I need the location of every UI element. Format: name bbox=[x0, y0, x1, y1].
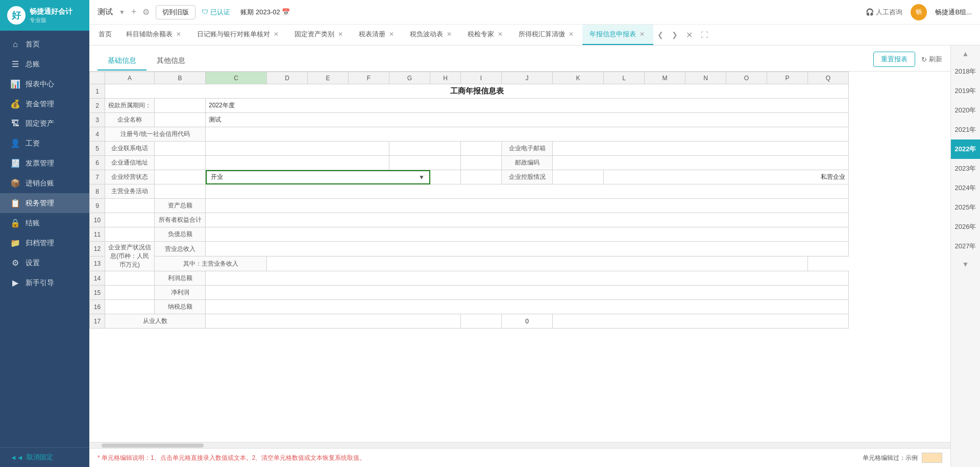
col-e-header[interactable]: E bbox=[308, 72, 349, 84]
company-dropdown-icon[interactable]: ▼ bbox=[119, 9, 125, 16]
tab-next-button[interactable]: ❯ bbox=[668, 31, 682, 39]
cell-17j[interactable]: 0 bbox=[502, 314, 553, 329]
cell-2c[interactable]: 2022年度 bbox=[206, 99, 849, 113]
cell-6c[interactable] bbox=[206, 156, 389, 170]
col-c-header[interactable]: C bbox=[206, 72, 267, 84]
tab-prev-button[interactable]: ❮ bbox=[653, 31, 668, 39]
sidebar-item-payroll[interactable]: 👤 工资 bbox=[0, 133, 89, 153]
year-item-2024[interactable]: 2024年 bbox=[951, 178, 980, 198]
year-item-2022[interactable]: 2022年 bbox=[951, 139, 980, 159]
cell-17c[interactable] bbox=[206, 314, 461, 329]
cell-6k[interactable] bbox=[553, 156, 849, 170]
sidebar-item-fixed-assets[interactable]: 🏗 固定资产 bbox=[0, 114, 89, 133]
tab-fixed-assets-close[interactable]: ✕ bbox=[336, 30, 345, 38]
tab-annual-report[interactable]: 年报信息申报表 ✕ bbox=[582, 25, 653, 45]
horizontal-scrollbar[interactable] bbox=[89, 442, 950, 448]
refresh-button[interactable]: ↻ 刷新 bbox=[921, 52, 942, 67]
year-down-button[interactable]: ▼ bbox=[960, 258, 971, 270]
tab-tax-list-close[interactable]: ✕ bbox=[387, 30, 396, 38]
reset-report-button[interactable]: 重置报表 bbox=[873, 52, 915, 67]
col-k-header[interactable]: K bbox=[553, 72, 604, 84]
tab-income-tax[interactable]: 所得税汇算清缴 ✕ bbox=[511, 25, 582, 45]
sidebar-item-archive[interactable]: 📁 归档管理 bbox=[0, 233, 89, 253]
cell-11c[interactable] bbox=[206, 227, 849, 242]
cell-17k[interactable] bbox=[553, 314, 849, 329]
tab-tax-expert[interactable]: 税检专家 ✕ bbox=[460, 25, 511, 45]
col-o-header[interactable]: O bbox=[726, 72, 767, 84]
col-a-header[interactable]: A bbox=[105, 72, 155, 84]
tab-expand-button[interactable]: ⛶ bbox=[697, 31, 712, 39]
subtab-basic-info[interactable]: 基础信息 bbox=[97, 52, 146, 71]
tab-journal-bank[interactable]: 日记账与银行对账单核对 ✕ bbox=[190, 25, 287, 45]
cell-10c[interactable] bbox=[206, 213, 849, 227]
cell-7l[interactable]: 私营企业 bbox=[604, 170, 849, 184]
tab-close-all-button[interactable]: ✕ bbox=[682, 30, 697, 40]
cell-8c[interactable] bbox=[206, 184, 849, 199]
calendar-icon[interactable]: 📅 bbox=[282, 8, 290, 16]
col-p-header[interactable]: P bbox=[767, 72, 808, 84]
dropdown-arrow-icon[interactable]: ▼ bbox=[419, 174, 425, 181]
cell-7c[interactable]: 开业 ▼ bbox=[206, 170, 430, 184]
col-q-header[interactable]: Q bbox=[808, 72, 849, 84]
tab-journal-bank-close[interactable]: ✕ bbox=[272, 30, 280, 38]
tab-home[interactable]: 首页 bbox=[91, 25, 119, 45]
sidebar-item-new-guide[interactable]: ▶ 新手引导 bbox=[0, 273, 89, 293]
sidebar-item-purchase-sales[interactable]: 📦 进销台账 bbox=[0, 173, 89, 193]
tab-income-tax-close[interactable]: ✕ bbox=[567, 30, 575, 38]
col-j-header[interactable]: J bbox=[502, 72, 553, 84]
tab-aux-balance-close[interactable]: ✕ bbox=[175, 30, 183, 38]
cell-13d[interactable] bbox=[267, 256, 808, 271]
sidebar-item-report-center[interactable]: 📊 报表中心 bbox=[0, 74, 89, 94]
col-n-header[interactable]: N bbox=[685, 72, 726, 84]
year-item-2020[interactable]: 2020年 bbox=[951, 101, 980, 120]
add-button[interactable]: + bbox=[131, 7, 137, 17]
year-item-2026[interactable]: 2026年 bbox=[951, 217, 980, 237]
sidebar-item-close-account[interactable]: 🔒 结账 bbox=[0, 213, 89, 233]
tab-tax-wave-close[interactable]: ✕ bbox=[445, 30, 453, 38]
year-item-2021[interactable]: 2021年 bbox=[951, 120, 980, 139]
col-m-header[interactable]: M bbox=[645, 72, 685, 84]
spreadsheet-wrapper[interactable]: A B C D E F G H I J K L M bbox=[89, 72, 950, 442]
tab-fixed-assets[interactable]: 固定资产类别 ✕ bbox=[287, 25, 352, 45]
col-d-header[interactable]: D bbox=[267, 72, 308, 84]
sidebar-item-invoice-mgmt[interactable]: 🧾 发票管理 bbox=[0, 153, 89, 173]
col-g-header[interactable]: G bbox=[389, 72, 430, 84]
col-i-header[interactable]: I bbox=[461, 72, 502, 84]
cell-5k[interactable] bbox=[553, 142, 849, 156]
year-item-2019[interactable]: 2019年 bbox=[951, 81, 980, 101]
subtab-other-info[interactable]: 其他信息 bbox=[146, 52, 195, 71]
year-up-button[interactable]: ▲ bbox=[960, 48, 971, 60]
year-item-2025[interactable]: 2025年 bbox=[951, 198, 980, 217]
cell-4c[interactable] bbox=[206, 127, 849, 142]
sidebar-item-settings[interactable]: ⚙ 设置 bbox=[0, 253, 89, 273]
col-b-header[interactable]: B bbox=[155, 72, 206, 84]
year-item-2023[interactable]: 2023年 bbox=[951, 159, 980, 178]
tab-aux-balance[interactable]: 科目辅助余额表 ✕ bbox=[119, 25, 190, 45]
tab-tax-wave[interactable]: 税负波动表 ✕ bbox=[403, 25, 460, 45]
cell-16c[interactable] bbox=[206, 300, 849, 314]
sidebar-item-tax-mgmt[interactable]: 📋 税务管理 bbox=[0, 193, 89, 213]
cell-3c[interactable]: 测试 bbox=[206, 113, 849, 127]
cell-12c[interactable] bbox=[206, 242, 849, 256]
collapse-sidebar-button[interactable]: ◄◄ 取消固定 bbox=[0, 447, 89, 467]
col-l-header[interactable]: L bbox=[604, 72, 645, 84]
year-item-2018[interactable]: 2018年 bbox=[951, 62, 980, 81]
customer-service-button[interactable]: 🎧 人工咨询 bbox=[866, 8, 902, 17]
cell-15c[interactable] bbox=[206, 286, 849, 300]
tab-annual-report-close[interactable]: ✕ bbox=[638, 30, 646, 38]
settings-icon[interactable]: ⚙ bbox=[142, 7, 150, 17]
scrollbar-thumb[interactable] bbox=[102, 443, 204, 448]
user-avatar[interactable]: 畅 bbox=[911, 4, 927, 20]
col-h-header[interactable]: H bbox=[430, 72, 461, 84]
cell-7k[interactable] bbox=[553, 170, 604, 184]
cell-5c[interactable] bbox=[206, 142, 389, 156]
col-f-header[interactable]: F bbox=[349, 72, 389, 84]
sidebar-item-general-ledger[interactable]: ☰ 总账 bbox=[0, 54, 89, 74]
year-item-2027[interactable]: 2027年 bbox=[951, 237, 980, 256]
cell-9c[interactable] bbox=[206, 199, 849, 213]
cell-14c[interactable] bbox=[206, 271, 849, 286]
switch-version-button[interactable]: 切到旧版 bbox=[156, 5, 195, 19]
tab-tax-expert-close[interactable]: ✕ bbox=[496, 30, 504, 38]
sidebar-item-fund-mgmt[interactable]: 💰 资金管理 bbox=[0, 94, 89, 114]
sidebar-item-home[interactable]: ⌂ 首页 bbox=[0, 35, 89, 54]
